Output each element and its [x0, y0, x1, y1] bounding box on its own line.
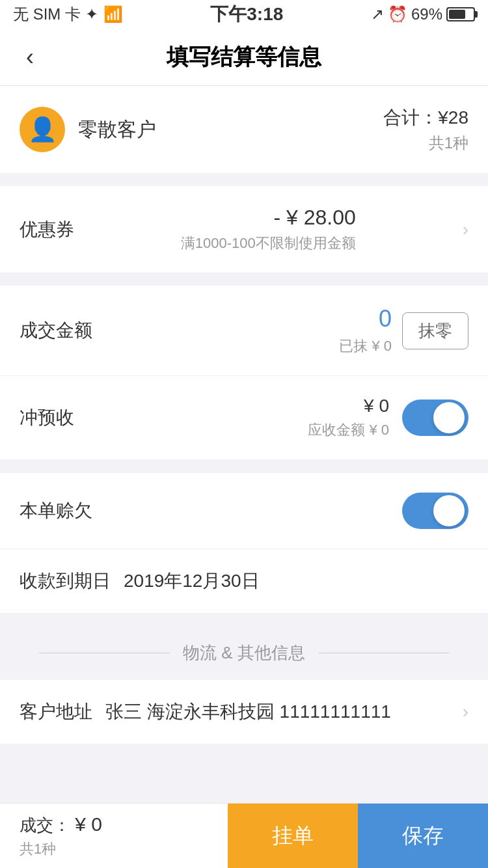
prepayment-row: 冲预收 ¥ 0 应收金额 ¥ 0	[0, 376, 488, 460]
customer-avatar: 👤	[20, 107, 65, 152]
transaction-amount-input[interactable]	[340, 305, 392, 332]
round-button[interactable]: 抹零	[402, 312, 468, 349]
bottom-info: 成交： ¥ 0 共1种	[0, 813, 228, 859]
coupon-chevron-icon: ›	[463, 219, 468, 240]
bottom-count: 共1种	[20, 839, 208, 859]
coupon-desc: 满1000-100不限制使用金额	[181, 234, 356, 253]
prepayment-toggle[interactable]	[402, 400, 468, 436]
address-content: 客户地址 张三 海淀永丰科技园 11111111111	[20, 699, 391, 724]
no-sim-text: 无 SIM 卡 ✦	[13, 4, 98, 25]
logistics-label: 物流 & 其他信息	[183, 642, 305, 664]
bottom-total-row: 成交： ¥ 0	[20, 813, 208, 837]
debt-toggle[interactable]	[402, 493, 468, 529]
debt-section: 本单赊欠	[0, 473, 488, 549]
transaction-row: 成交金额 已抹 ¥ 0 抹零	[0, 286, 488, 376]
address-row[interactable]: 客户地址 张三 海淀永丰科技园 11111111111 ›	[0, 680, 488, 744]
status-time: 下午3:18	[210, 2, 283, 27]
avatar-icon: 👤	[28, 116, 57, 143]
transaction-right: 已抹 ¥ 0 抹零	[339, 305, 468, 356]
transaction-card: 成交金额 已抹 ¥ 0 抹零 冲预收 ¥ 0 应收金额 ¥ 0	[0, 286, 488, 460]
debt-label: 本单赊欠	[20, 498, 92, 523]
hang-button[interactable]: 挂单	[228, 804, 358, 869]
address-value: 张三 海淀永丰科技园 11111111111	[105, 699, 391, 724]
battery-icon	[446, 7, 475, 21]
location-icon: ↗	[371, 5, 384, 23]
bottom-total-label: 成交：	[20, 815, 70, 835]
wifi-icon: 📶	[103, 5, 123, 23]
logistics-divider: 物流 & 其他信息	[0, 626, 488, 680]
status-left: 无 SIM 卡 ✦ 📶	[13, 4, 123, 25]
customer-total: 合计：¥28	[383, 105, 468, 130]
address-label: 客户地址	[20, 699, 92, 724]
prepayment-values: ¥ 0 应收金额 ¥ 0	[308, 396, 389, 440]
prepayment-right: ¥ 0 应收金额 ¥ 0	[308, 396, 468, 440]
bottom-bar: 成交： ¥ 0 共1种 挂单 保存	[0, 803, 488, 868]
due-date-label: 收款到期日	[20, 569, 111, 593]
battery-fill	[449, 10, 465, 19]
prepayment-label: 冲预收	[20, 405, 74, 430]
customer-name: 零散客户	[78, 116, 156, 143]
customer-row: 👤 零散客户 合计：¥28 共1种	[0, 86, 488, 173]
customer-count: 共1种	[383, 133, 468, 154]
nav-bar: ‹ 填写结算等信息	[0, 29, 488, 86]
coupon-label: 优惠券	[20, 217, 74, 242]
due-date-row: 收款到期日 2019年12月30日	[0, 549, 488, 613]
address-chevron-icon: ›	[463, 701, 468, 722]
debt-card: 本单赊欠 收款到期日 2019年12月30日	[0, 473, 488, 613]
status-bar: 无 SIM 卡 ✦ 📶 下午3:18 ↗ ⏰ 69%	[0, 0, 488, 29]
page-title: 填写结算等信息	[167, 42, 321, 72]
alarm-icon: ⏰	[388, 5, 407, 23]
transaction-label: 成交金额	[20, 318, 92, 343]
coupon-amount: - ¥ 28.00	[181, 206, 356, 230]
battery-percentage: 69%	[411, 5, 442, 23]
prepayment-amount: ¥ 0	[308, 396, 389, 416]
divider-line: 物流 & 其他信息	[20, 642, 468, 664]
debt-toggle-label[interactable]	[402, 493, 468, 529]
save-button[interactable]: 保存	[358, 804, 488, 869]
prepayment-toggle-label[interactable]	[402, 400, 468, 436]
bottom-total-amount: ¥ 0	[75, 813, 102, 835]
due-date-value: 2019年12月30日	[124, 569, 260, 593]
customer-right: 合计：¥28 共1种	[383, 105, 468, 154]
back-button[interactable]: ‹	[20, 37, 40, 77]
transaction-sub: 已抹 ¥ 0	[339, 336, 392, 356]
customer-left: 👤 零散客户	[20, 107, 156, 152]
coupon-right: - ¥ 28.00 满1000-100不限制使用金额	[181, 206, 356, 253]
prepayment-sub: 应收金额 ¥ 0	[308, 420, 389, 440]
coupon-section[interactable]: 优惠券 - ¥ 28.00 满1000-100不限制使用金额 ›	[0, 186, 488, 273]
status-right: ↗ ⏰ 69%	[371, 5, 475, 23]
